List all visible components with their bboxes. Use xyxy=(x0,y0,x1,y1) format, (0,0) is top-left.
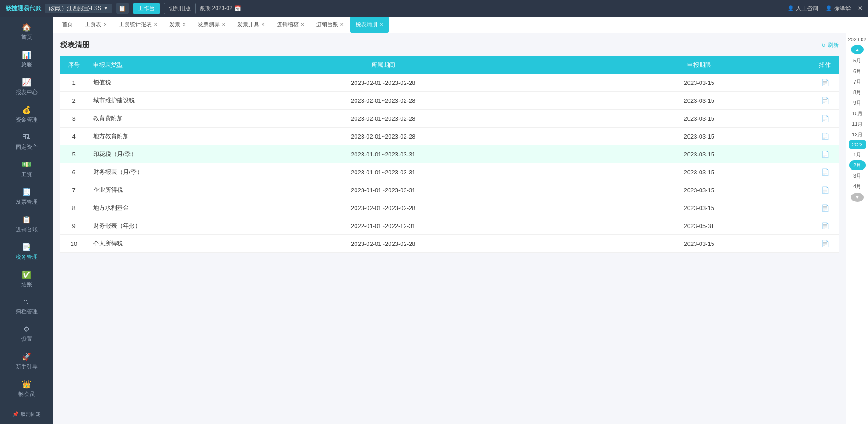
cell-action[interactable]: 📄 xyxy=(811,74,839,92)
action-icon[interactable]: 📄 xyxy=(821,151,829,158)
timeline-month[interactable]: 6月 xyxy=(849,66,866,76)
timeline-month[interactable]: 12月 xyxy=(849,129,866,139)
tab-invoice-open[interactable]: 发票开具 ✕ xyxy=(232,17,270,33)
sidebar-item-ledger[interactable]: 📊 总账 xyxy=(0,46,53,73)
sidebar-item-archive[interactable]: 🗂 归档管理 xyxy=(0,293,53,320)
timeline-down-button[interactable]: ▼ xyxy=(851,193,864,202)
cell-type: 地方水利基金 xyxy=(88,199,179,217)
tab-payroll[interactable]: 工资表 ✕ xyxy=(79,17,112,33)
tab-purchase-review[interactable]: 进销稽核 ✕ xyxy=(271,17,310,33)
tab-purchase-ledger[interactable]: 进销台账 ✕ xyxy=(311,17,349,33)
cell-action[interactable]: 📄 xyxy=(811,235,839,253)
tab-payroll-close[interactable]: ✕ xyxy=(103,22,107,27)
tab-purchase-review-close[interactable]: ✕ xyxy=(300,22,304,27)
tab-tax-list-close[interactable]: ✕ xyxy=(379,22,383,27)
cell-action[interactable]: 📄 xyxy=(811,110,839,128)
tab-payroll-report-close[interactable]: ✕ xyxy=(154,22,157,27)
timeline-month[interactable]: 3月 xyxy=(849,171,866,181)
cell-action[interactable]: 📄 xyxy=(811,128,839,145)
sidebar-item-vip[interactable]: 👑 畅会员 xyxy=(0,375,53,403)
tab-invoice-close[interactable]: ✕ xyxy=(182,22,186,27)
action-icon[interactable]: 📄 xyxy=(821,79,829,86)
timeline-month[interactable]: 2月 xyxy=(849,160,866,170)
action-icon[interactable]: 📄 xyxy=(821,168,829,176)
timeline-header: 2023.02 xyxy=(847,35,868,44)
sidebar-item-payroll[interactable]: 💵 工资 xyxy=(0,156,53,183)
company-selector[interactable]: (勿动）江西服宝-LSS ▼ xyxy=(45,4,112,13)
tab-bar: 首页 工资表 ✕ 工资统计报表 ✕ 发票 ✕ 发票测算 ✕ 发票开具 ✕ xyxy=(53,17,868,33)
consultant-btn[interactable]: 👤 人工咨询 xyxy=(787,5,818,12)
sidebar-item-tax[interactable]: 📑 税务管理 xyxy=(0,238,53,266)
sidebar-item-label: 首页 xyxy=(21,33,32,41)
cell-type: 财务报表（年报） xyxy=(88,217,179,235)
timeline-month[interactable]: 7月 xyxy=(849,77,866,87)
cell-period: 2022-01-01~2022-12-31 xyxy=(179,217,587,235)
sidebar-item-fund[interactable]: 💰 资金管理 xyxy=(0,101,53,128)
cell-action[interactable]: 📄 xyxy=(811,145,839,163)
timeline-year-2023: 2023 xyxy=(849,140,866,149)
page-main: 税表清册 ↻ 刷新 序号 申报表类型 所属期间 申报期限 操作 xyxy=(53,33,846,424)
sidebar-item-label: 新手引导 xyxy=(16,363,38,371)
close-btn[interactable]: ✕ xyxy=(858,5,862,11)
timeline-month[interactable]: 8月 xyxy=(849,87,866,97)
tab-invoice-open-close[interactable]: ✕ xyxy=(261,22,265,27)
sidebar-item-fixed-asset[interactable]: 🏗 固定资产 xyxy=(0,128,53,156)
refresh-button[interactable]: ↻ 刷新 xyxy=(821,41,839,49)
cell-action[interactable]: 📄 xyxy=(811,163,839,181)
action-icon[interactable]: 📄 xyxy=(821,240,829,247)
timeline-month[interactable]: 10月 xyxy=(849,108,866,118)
tab-home[interactable]: 首页 xyxy=(56,17,78,33)
tab-tax-list[interactable]: 税表清册 ✕ xyxy=(350,17,389,33)
sidebar-item-label: 总账 xyxy=(21,61,32,69)
action-icon[interactable]: 📄 xyxy=(821,222,829,229)
sidebar-item-label: 工资 xyxy=(21,171,32,179)
action-icon[interactable]: 📄 xyxy=(821,186,829,194)
guide-icon: 🚀 xyxy=(22,352,31,361)
sidebar-item-home[interactable]: 🏠 首页 xyxy=(0,18,53,46)
sidebar-item-purchase[interactable]: 📋 进销台账 xyxy=(0,211,53,238)
unpin-button[interactable]: 📌 取消固定 xyxy=(0,408,53,420)
tab-invoice-calc-close[interactable]: ✕ xyxy=(222,22,225,27)
sidebar-item-guide[interactable]: 🚀 新手引导 xyxy=(0,348,53,375)
timeline-month[interactable]: 9月 xyxy=(849,98,866,108)
tab-payroll-report[interactable]: 工资统计报表 ✕ xyxy=(113,17,163,33)
sidebar: 🏠 首页 📊 总账 📈 报表中心 💰 资金管理 🏗 固定资产 💵 工资 🧾 发票… xyxy=(0,17,53,424)
cell-seq: 10 xyxy=(60,235,88,253)
company-icon-btn[interactable]: 📋 xyxy=(116,3,129,14)
vip-icon: 👑 xyxy=(22,380,31,389)
action-icon[interactable]: 📄 xyxy=(821,133,829,140)
sidebar-item-report[interactable]: 📈 报表中心 xyxy=(0,73,53,101)
cell-action[interactable]: 📄 xyxy=(811,92,839,110)
action-icon[interactable]: 📄 xyxy=(821,115,829,122)
content-area: 首页 工资表 ✕ 工资统计报表 ✕ 发票 ✕ 发票测算 ✕ 发票开具 ✕ xyxy=(53,17,868,424)
cell-seq: 7 xyxy=(60,181,88,199)
timeline-month[interactable]: 4月 xyxy=(849,181,866,191)
cell-period: 2023-02-01~2023-02-28 xyxy=(179,235,587,253)
cell-action[interactable]: 📄 xyxy=(811,199,839,217)
timeline-month[interactable]: 1月 xyxy=(849,150,866,160)
user-menu[interactable]: 👤 徐泽华 xyxy=(825,5,851,12)
cell-type: 教育费附加 xyxy=(88,110,179,128)
action-icon[interactable]: 📄 xyxy=(821,204,829,212)
tab-purchase-ledger-close[interactable]: ✕ xyxy=(340,22,344,27)
cell-type: 企业所得税 xyxy=(88,181,179,199)
sidebar-item-settings[interactable]: ⚙ 设置 xyxy=(0,320,53,348)
tab-invoice[interactable]: 发票 ✕ xyxy=(164,17,191,33)
switch-old-version-button[interactable]: 切到旧版 xyxy=(164,3,196,14)
timeline-up-button[interactable]: ▲ xyxy=(851,45,864,54)
tab-invoice-calc[interactable]: 发票测算 ✕ xyxy=(192,17,231,33)
action-icon[interactable]: 📄 xyxy=(821,97,829,104)
workspace-button[interactable]: 工作台 xyxy=(133,3,160,14)
cell-action[interactable]: 📄 xyxy=(811,217,839,235)
sidebar-item-label: 设置 xyxy=(21,335,32,343)
fund-icon: 💰 xyxy=(22,106,31,114)
cell-deadline: 2023-03-15 xyxy=(587,110,811,128)
top-bar: 畅捷通易代账 (勿动）江西服宝-LSS ▼ 📋 工作台 切到旧版 账期 2023… xyxy=(0,0,868,17)
period-display: 账期 2023-02 📅 xyxy=(200,5,241,12)
cell-action[interactable]: 📄 xyxy=(811,181,839,199)
sidebar-item-settlement[interactable]: ✅ 结账 xyxy=(0,266,53,293)
timeline-month[interactable]: 5月 xyxy=(849,56,866,66)
cell-seq: 9 xyxy=(60,217,88,235)
timeline-month[interactable]: 11月 xyxy=(849,119,866,129)
sidebar-item-invoice[interactable]: 🧾 发票管理 xyxy=(0,183,53,211)
